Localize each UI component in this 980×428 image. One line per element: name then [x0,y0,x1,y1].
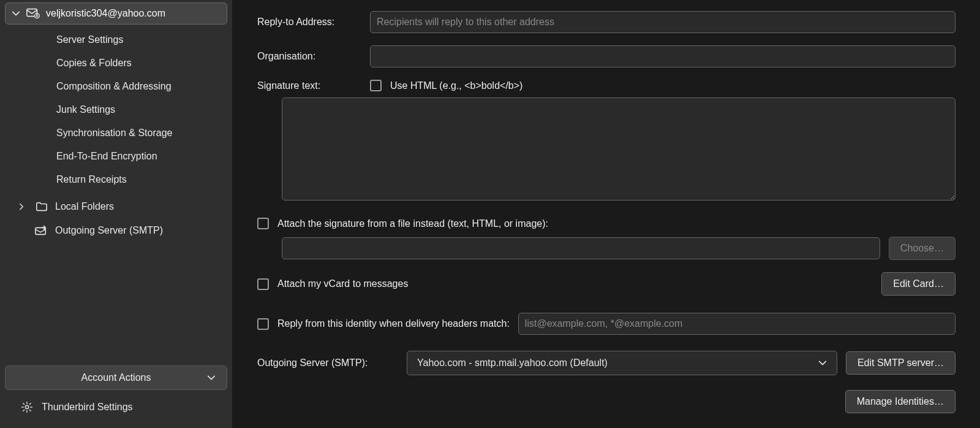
sidebar-item-outgoing-server[interactable]: Outgoing Server (SMTP) [5,218,227,243]
sidebar-item-server-settings[interactable]: Server Settings [5,28,227,52]
attach-file-row: Attach the signature from a file instead… [257,218,956,229]
signature-label: Signature text: [257,80,361,91]
choose-file-button[interactable]: Choose… [889,237,956,260]
reply-identity-label: Reply from this identity when delivery h… [277,318,510,329]
smtp-row: Outgoing Server (SMTP): Yahoo.com - smtp… [257,351,956,375]
sidebar-item-sync-storage[interactable]: Synchronisation & Storage [5,121,227,145]
sidebar-item-label: Local Folders [55,201,114,212]
reply-identity-checkbox[interactable] [257,318,269,330]
sidebar-account-email: veljkoristic304@yahoo.com [46,8,165,19]
organisation-label: Organisation: [257,51,361,62]
edit-card-button[interactable]: Edit Card… [881,272,956,296]
folder-icon [36,201,48,212]
app-root: veljkoristic304@yahoo.com Server Setting… [0,0,980,428]
reply-identity-input[interactable] [518,313,956,335]
organisation-input[interactable] [370,45,956,67]
sidebar-item-local-folders[interactable]: Local Folders [5,195,227,218]
attach-file-checkbox[interactable] [257,218,269,229]
sidebar-spacer [5,243,227,365]
edit-smtp-button[interactable]: Edit SMTP server… [846,351,956,375]
thunderbird-settings-label: Thunderbird Settings [42,402,133,413]
sidebar-account-sublist: Server Settings Copies & Folders Composi… [5,25,227,195]
signature-row: Signature text: Use HTML (e.g., <b>bold<… [257,80,956,91]
chevron-down-icon [12,9,20,18]
attach-file-label: Attach the signature from a file instead… [277,218,548,229]
chevron-down-icon [207,373,216,382]
sidebar-item-return-receipts[interactable]: Return Receipts [5,168,227,191]
use-html-label: Use HTML (e.g., <b>bold</b>) [390,80,522,91]
sidebar-item-junk-settings[interactable]: Junk Settings [5,98,227,121]
manage-identities-row: Manage Identities… [257,390,956,413]
thunderbird-settings-link[interactable]: Thunderbird Settings [5,401,227,428]
sidebar-account-header[interactable]: veljkoristic304@yahoo.com [5,2,227,25]
mail-account-icon [26,8,40,19]
account-actions-label: Account Actions [81,372,151,383]
account-actions-button[interactable]: Account Actions [5,365,227,390]
attach-vcard-row: Attach my vCard to messages Edit Card… [257,272,956,296]
svg-point-4 [25,405,28,408]
main-content: Reply-to Address: Organisation: Signatur… [233,0,980,428]
signature-textarea[interactable] [282,97,956,201]
sidebar-item-composition-addressing[interactable]: Composition & Addressing [5,75,227,98]
smtp-label: Outgoing Server (SMTP): [257,357,398,369]
sidebar: veljkoristic304@yahoo.com Server Setting… [0,0,233,428]
reply-to-label: Reply-to Address: [257,17,361,28]
attach-vcard-checkbox[interactable] [257,278,269,290]
reply-to-input[interactable] [370,11,956,33]
sidebar-item-copies-folders[interactable]: Copies & Folders [5,52,227,75]
use-html-checkbox[interactable] [370,80,382,91]
attach-vcard-label: Attach my vCard to messages [277,278,873,289]
smtp-select[interactable]: Yahoo.com - smtp.mail.yahoo.com (Default… [407,351,837,375]
attach-file-path-row: Choose… [257,237,956,260]
gear-icon [21,401,33,413]
reply-identity-row: Reply from this identity when delivery h… [257,313,956,335]
manage-identities-button[interactable]: Manage Identities… [845,390,956,413]
outbox-icon [34,224,48,237]
sidebar-item-e2e-encryption[interactable]: End-To-End Encryption [5,145,227,168]
chevron-right-icon [15,203,28,210]
reply-to-row: Reply-to Address: [257,11,956,33]
signature-textarea-wrap [257,97,956,203]
chevron-down-icon [818,359,827,367]
smtp-select-value: Yahoo.com - smtp.mail.yahoo.com (Default… [417,357,608,369]
organisation-row: Organisation: [257,45,956,67]
attach-file-input[interactable] [282,237,880,259]
sidebar-item-label: Outgoing Server (SMTP) [55,225,163,236]
